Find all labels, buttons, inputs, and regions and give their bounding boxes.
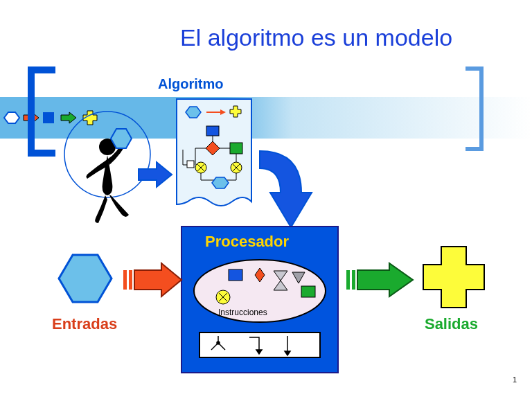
algoritmo-label: Algoritmo	[158, 76, 223, 92]
salidas-cross-icon	[419, 242, 488, 312]
algoritmo-document	[173, 96, 256, 213]
svg-marker-31	[139, 162, 172, 187]
blue-arrow-right-icon	[137, 159, 175, 190]
bracket-left-icon	[28, 66, 55, 157]
svg-rect-51	[123, 270, 127, 290]
svg-rect-54	[346, 270, 350, 290]
svg-rect-55	[352, 270, 355, 290]
svg-marker-56	[357, 263, 413, 296]
procesador-label: Procesador	[205, 233, 289, 251]
held-hexagon-icon	[105, 125, 136, 152]
svg-marker-50	[59, 255, 112, 302]
svg-rect-38	[301, 286, 315, 297]
page-title: El algoritmo es un modelo	[180, 24, 452, 51]
svg-rect-14	[230, 143, 242, 154]
instrucciones-label: Instrucciones	[218, 308, 267, 317]
svg-rect-10	[206, 126, 219, 136]
salidas-label: Salidas	[425, 315, 478, 333]
green-arrow-icon	[346, 262, 416, 298]
svg-marker-53	[134, 263, 181, 296]
svg-rect-28	[187, 161, 194, 168]
red-arrow-icon	[123, 262, 184, 298]
svg-rect-52	[129, 270, 132, 290]
svg-marker-27	[212, 177, 229, 188]
svg-rect-34	[229, 269, 242, 281]
page-number: 1	[513, 375, 517, 384]
svg-marker-6	[111, 129, 132, 148]
entradas-hexagon-icon	[52, 249, 118, 308]
entradas-label: Entradas	[52, 315, 117, 333]
svg-marker-7	[186, 107, 201, 118]
bracket-right-icon	[466, 66, 484, 151]
svg-marker-0	[4, 112, 19, 123]
